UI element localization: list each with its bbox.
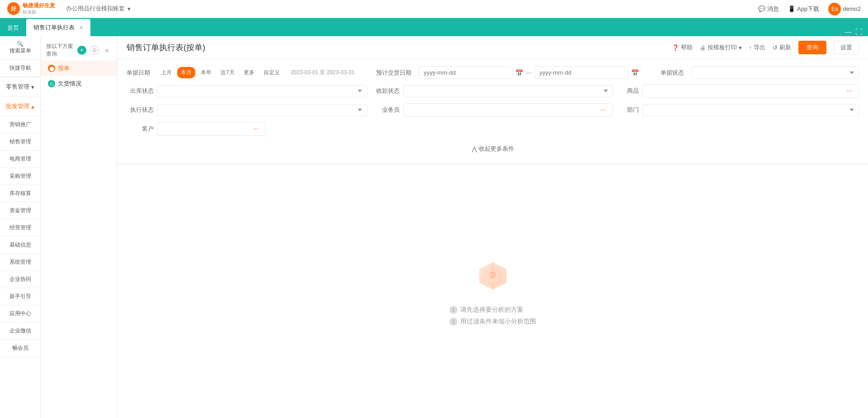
collapse-filters-button[interactable]: ⋀ 收起更多条件 (127, 141, 859, 157)
empty-tip-1: 1 请先选择要分析的方案 (449, 306, 536, 314)
page-header-actions: ❓ 帮助 🖨 按模板打印 ▾ ↑ 导出 ↺ 刷新 (672, 41, 859, 54)
copy-plan-button[interactable]: ⊙ (90, 46, 99, 55)
filter-row-3: 执行状态 业务员 ··· 部门 (127, 103, 859, 117)
customer-input[interactable]: ··· (157, 122, 266, 136)
main-layout: 🔍 搜索菜单 快捷导航 零售管理 ▾ 批发管理 ▴ 营销推广 销售管理 电商管理… (0, 36, 868, 418)
payment-status-group: 收款状态 (373, 84, 613, 98)
sidebar-item-enterprise[interactable]: 企业协同 (0, 271, 40, 288)
exec-status-select[interactable] (157, 104, 367, 116)
expected-date-to-input[interactable] (534, 66, 628, 79)
date-tab-last-month[interactable]: 上月 (157, 67, 175, 78)
print-icon: 🖨 (700, 44, 706, 51)
sidebar-item-sales[interactable]: 销售管理 (0, 133, 40, 151)
sidebar-retail-label: 零售管理 (6, 83, 29, 91)
logo-sub: 标准版 (23, 9, 55, 15)
top-bar-right: 💬 消息 📱 App下载 Ea demo2 (758, 3, 861, 15)
page-header: 销售订单执行表(按单) ❓ 帮助 🖨 按模板打印 ▾ ↑ 导出 (118, 36, 868, 59)
sidebar-item-wholesale[interactable]: 批发管理 ▴ (0, 97, 40, 116)
help-label: 帮助 (681, 43, 693, 52)
doc-status-label: 单据状态 (660, 69, 684, 77)
payment-status-select[interactable] (403, 85, 613, 97)
tab-maximize-icon[interactable]: ⛶ (855, 28, 863, 36)
sidebar-item-system[interactable]: 系统管理 (0, 254, 40, 271)
expected-date-from-input[interactable] (419, 66, 513, 79)
plan-item-order[interactable]: ⬤ 按单 (41, 61, 117, 76)
sidebar-item-marketing[interactable]: 营销推广 (0, 116, 40, 133)
collapse-filters-label: 收起更多条件 (479, 145, 514, 153)
app-download-label: App下载 (797, 5, 819, 13)
sidebar-item-ecommerce[interactable]: 电商管理 (0, 151, 40, 168)
sidebar-wechat-label: 企业微信 (9, 328, 31, 334)
refresh-button[interactable]: ↺ 刷新 (773, 43, 791, 52)
collapse-up-icon: ⋀ (472, 146, 477, 152)
expected-date-range: 📅 — 📅 (419, 66, 639, 79)
goods-ellipsis-icon[interactable]: ··· (844, 87, 854, 95)
add-plan-button[interactable]: + (77, 46, 86, 55)
sidebar-marketing-label: 营销推广 (9, 121, 31, 128)
tab-minimize-icon[interactable]: — (844, 28, 852, 36)
svg-point-5 (489, 271, 496, 279)
salesperson-group: 业务员 ··· (373, 103, 613, 117)
customer-ellipsis-icon[interactable]: ··· (251, 125, 261, 133)
panel-actions: + ⊙ « (77, 46, 112, 55)
sidebar-item-finance[interactable]: 资金管理 (0, 202, 40, 219)
quick-nav-label: 快捷导航 (0, 64, 40, 72)
date-tab-this-month[interactable]: 本月 (177, 67, 195, 78)
sidebar-item-basic[interactable]: 基础信息 (0, 237, 40, 254)
user-area[interactable]: Ea demo2 (828, 3, 861, 15)
calendar-to-icon[interactable]: 📅 (631, 69, 639, 76)
sidebar-item-retail[interactable]: 零售管理 ▾ (0, 77, 40, 97)
tab-bar-right: — ⛶ (839, 28, 868, 36)
plan-item-backorder[interactable]: ⊙ 欠货情况 (41, 76, 117, 91)
search-icon: 🔍 (0, 41, 40, 47)
sidebar-item-purchase[interactable]: 采购管理 (0, 168, 40, 185)
tab-sales-order[interactable]: 销售订单执行表 ✕ (26, 19, 90, 36)
panel-header: 按以下方案查询 + ⊙ « (41, 40, 117, 61)
sidebar-item-operations[interactable]: 经营管理 (0, 219, 40, 237)
help-button[interactable]: ❓ 帮助 (672, 43, 693, 52)
sidebar-search[interactable]: 🔍 搜索菜单 (0, 36, 40, 60)
dept-select[interactable] (642, 104, 859, 116)
collapse-panel-button[interactable]: « (103, 46, 112, 55)
query-button[interactable]: 查询 (798, 41, 826, 54)
export-button[interactable]: ↑ 导出 (749, 43, 766, 52)
plan-item-backorder-label: 欠货情况 (58, 80, 81, 88)
out-status-group: 出库状态 (127, 84, 367, 98)
out-status-select[interactable] (157, 85, 367, 97)
salesperson-ellipsis-icon[interactable]: ··· (599, 106, 608, 114)
doc-status-select[interactable] (691, 66, 859, 79)
calendar-from-icon[interactable]: 📅 (515, 69, 523, 76)
message-label: 消息 (767, 5, 779, 13)
breadcrumb[interactable]: 办公用品行业模拟账套 ▾ (66, 5, 131, 13)
goods-input[interactable]: ··· (642, 84, 859, 98)
logo-text-area: 畅捷通好生意 标准版 (23, 2, 55, 15)
sidebar-quick-nav[interactable]: 快捷导航 (0, 60, 40, 77)
print-button[interactable]: 🖨 按模板打印 ▾ (700, 43, 742, 52)
settings-button[interactable]: 设置 (834, 41, 859, 54)
sidebar-item-inventory[interactable]: 库存核算 (0, 185, 40, 202)
app-download-button[interactable]: 📱 App下载 (788, 5, 819, 13)
date-tab-more[interactable]: 更多 (240, 67, 258, 78)
message-button[interactable]: 💬 消息 (758, 5, 779, 13)
page-title: 销售订单执行表(按单) (127, 42, 205, 53)
sidebar-item-member[interactable]: 畅会员 (0, 340, 40, 357)
tab-home[interactable]: 首页 (0, 20, 26, 36)
sidebar-newbie-label: 新手引导 (9, 293, 31, 299)
date-tab-this-year[interactable]: 本年 (197, 67, 215, 78)
expected-date-label: 预计交货日期 (376, 69, 411, 77)
salesperson-input[interactable]: ··· (403, 103, 613, 117)
sidebar-item-wechat[interactable]: 企业微信 (0, 323, 40, 340)
sidebar-item-app-center[interactable]: 应用中心 (0, 305, 40, 323)
page-content: 销售订单执行表(按单) ❓ 帮助 🖨 按模板打印 ▾ ↑ 导出 (118, 36, 868, 418)
filter-row-1: 单据日期 上月 本月 本年 近7天 更多 自定义 2023-03-01 至 20… (127, 66, 859, 79)
tab-sales-order-label: 销售订单执行表 (33, 24, 75, 32)
sidebar-item-newbie[interactable]: 新手引导 (0, 288, 40, 305)
tab-close-icon[interactable]: ✕ (79, 25, 83, 31)
exec-status-group: 执行状态 (127, 103, 367, 117)
date-tab-custom[interactable]: 自定义 (260, 67, 283, 78)
tip-number-2: 2 (449, 318, 458, 326)
plan-item-order-icon: ⬤ (48, 65, 55, 72)
date-tab-7days[interactable]: 近7天 (217, 67, 238, 78)
goods-label: 商品 (618, 87, 639, 95)
date-label: 单据日期 (127, 69, 150, 77)
